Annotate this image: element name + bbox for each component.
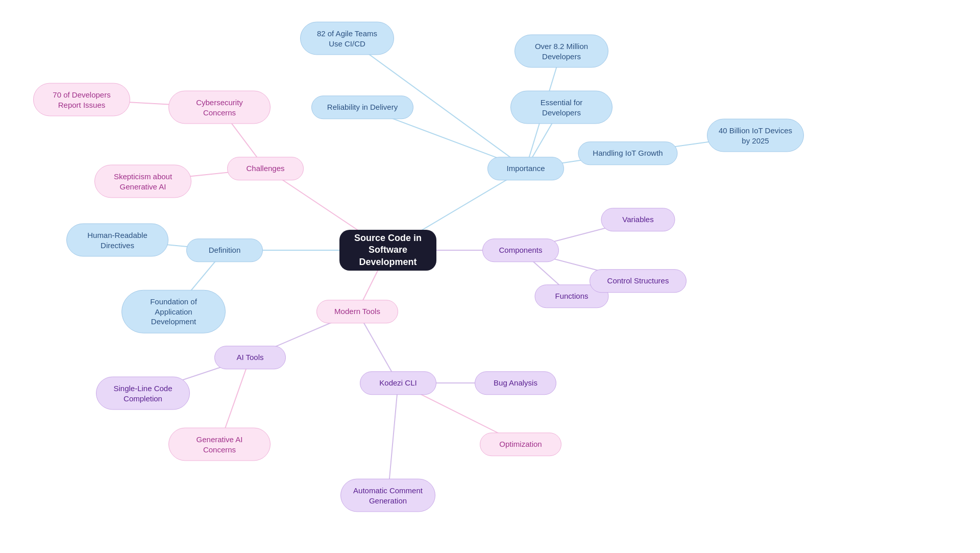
node-label-challenges: Challenges <box>246 163 284 174</box>
node-skepticism: Skepticism about Generative AI <box>94 165 191 198</box>
node-bug_analysis: Bug Analysis <box>475 371 556 395</box>
node-label-reliability: Reliability in Delivery <box>327 102 398 112</box>
node-label-gen_ai_concerns: Generative AI Concerns <box>179 435 260 454</box>
node-label-iot_growth: Handling IoT Growth <box>593 148 663 158</box>
node-label-foundation: Foundation of Application Development <box>132 297 215 327</box>
node-label-definition: Definition <box>209 245 241 255</box>
node-label-modern_tools: Modern Tools <box>334 306 380 317</box>
node-over82: Over 8.2 Million Developers <box>514 35 608 68</box>
node-label-cybersecurity: Cybersecurity Concerns <box>179 98 260 117</box>
node-iot40: 40 Billion IoT Devices by 2025 <box>707 119 804 152</box>
node-label-skepticism: Skepticism about Generative AI <box>105 172 181 191</box>
node-cicd: 82 of Agile Teams Use CI/CD <box>300 22 394 55</box>
node-label-importance: Importance <box>506 163 545 174</box>
node-label-bug_analysis: Bug Analysis <box>494 378 537 388</box>
node-cybersecurity: Cybersecurity Concerns <box>168 91 271 124</box>
node-label-control_structures: Control Structures <box>607 276 669 286</box>
node-variables: Variables <box>601 208 675 231</box>
node-label-single_line: Single-Line Code Completion <box>107 383 179 403</box>
node-label-kodezi_cli: Kodezi CLI <box>379 378 416 388</box>
node-label-variables: Variables <box>622 214 653 225</box>
node-label-components: Components <box>499 245 542 255</box>
node-label-human_readable: Human-Readable Directives <box>77 230 158 250</box>
node-center: Source Code in Software Development <box>339 230 436 271</box>
node-components: Components <box>482 238 559 262</box>
node-single_line: Single-Line Code Completion <box>96 377 190 410</box>
node-optimization: Optimization <box>480 432 561 456</box>
node-foundation: Foundation of Application Development <box>121 290 226 333</box>
node-label-cicd: 82 of Agile Teams Use CI/CD <box>311 29 383 49</box>
node-auto_comment: Automatic Comment Generation <box>340 479 435 512</box>
node-human_readable: Human-Readable Directives <box>66 224 168 257</box>
mindmap-canvas: Source Code in Software DevelopmentImpor… <box>0 0 980 553</box>
node-label-dev_report: 70 of Developers Report Issues <box>44 90 119 110</box>
node-control_structures: Control Structures <box>590 269 687 293</box>
node-label-optimization: Optimization <box>499 439 542 449</box>
connections-svg <box>0 0 980 553</box>
node-kodezi_cli: Kodezi CLI <box>360 371 436 395</box>
node-modern_tools: Modern Tools <box>316 300 398 323</box>
node-challenges: Challenges <box>227 157 304 180</box>
node-label-ai_tools: AI Tools <box>236 352 263 363</box>
node-iot_growth: Handling IoT Growth <box>578 141 678 165</box>
node-label-iot40: 40 Billion IoT Devices by 2025 <box>718 126 793 146</box>
node-label-center: Source Code in Software Development <box>350 232 426 268</box>
node-ai_tools: AI Tools <box>214 346 286 369</box>
node-label-functions: Functions <box>555 291 588 301</box>
node-label-auto_comment: Automatic Comment Generation <box>351 486 425 506</box>
node-definition: Definition <box>186 238 263 262</box>
node-dev_report: 70 of Developers Report Issues <box>33 83 130 116</box>
node-label-over82: Over 8.2 Million Developers <box>525 41 598 61</box>
node-gen_ai_concerns: Generative AI Concerns <box>168 428 271 461</box>
node-reliability: Reliability in Delivery <box>311 95 413 119</box>
node-essential: Essential for Developers <box>510 91 612 124</box>
node-importance: Importance <box>487 157 564 180</box>
node-label-essential: Essential for Developers <box>521 98 602 117</box>
